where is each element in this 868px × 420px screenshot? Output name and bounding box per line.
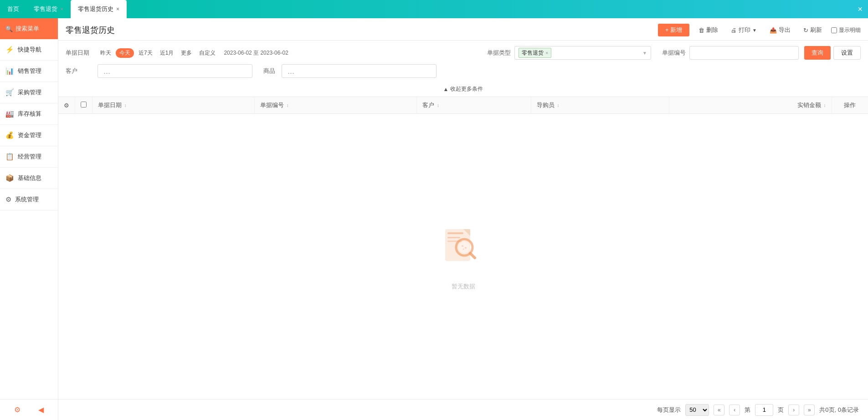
sidebar-item-sales[interactable]: 📊 销售管理 xyxy=(0,61,58,82)
goods-input-box[interactable]: ... xyxy=(282,64,437,78)
date-opt-more[interactable]: 更多 xyxy=(178,48,195,58)
print-icon: 🖨 xyxy=(731,27,737,34)
tab-home[interactable]: 首页 xyxy=(0,0,26,18)
sort-date-icon: ↕ xyxy=(124,103,127,108)
print-label: 打印 xyxy=(739,26,750,34)
date-range-text: 2023-06-02 至 2023-06-02 xyxy=(224,49,288,57)
sidebar-item-system-label: 系统管理 xyxy=(15,195,39,204)
per-page-select[interactable]: 50 10 20 100 xyxy=(685,404,709,416)
tab-retail-return-history-label: 零售退货历史 xyxy=(78,5,113,13)
top-bar: 首页 零售退货 × 零售退货历史 × × xyxy=(0,0,868,18)
th-guide[interactable]: 导购员 ↕ xyxy=(531,97,669,114)
print-button[interactable]: 🖨 打印 ▼ xyxy=(727,24,760,36)
th-actions-label: 操作 xyxy=(844,102,856,108)
export-button[interactable]: 📤 导出 xyxy=(766,24,794,36)
page-title: 零售退货历史 xyxy=(66,25,115,36)
page-label: 第 xyxy=(745,406,750,414)
tab-retail-return-label: 零售退货 xyxy=(34,5,57,13)
th-customer[interactable]: 客户 ↕ xyxy=(417,97,531,114)
next-page-button[interactable]: › xyxy=(788,405,799,415)
date-opt-7days[interactable]: 近7天 xyxy=(136,48,155,58)
type-tag[interactable]: 零售退货 × xyxy=(519,48,551,58)
settings-button[interactable]: 设置 xyxy=(833,46,861,60)
export-icon: 📤 xyxy=(770,27,777,34)
customer-ellipsis[interactable]: ... xyxy=(103,67,117,76)
date-options: 昨天 今天 近7天 近1月 更多 自定义 xyxy=(98,48,218,58)
goods-ellipsis[interactable]: ... xyxy=(288,67,301,76)
svg-point-8 xyxy=(465,247,467,249)
filter-row-customer: 客户 ... 商品 ... xyxy=(66,64,861,78)
prev-page-button[interactable]: ‹ xyxy=(729,405,740,415)
print-chevron-icon: ▼ xyxy=(752,28,757,33)
date-opt-today[interactable]: 今天 xyxy=(116,48,134,58)
new-button[interactable]: + 新增 xyxy=(658,24,689,36)
th-guide-label: 导购员 xyxy=(537,102,555,108)
svg-point-7 xyxy=(462,245,463,247)
th-voucher-no[interactable]: 单据编号 ↕ xyxy=(255,97,417,114)
filter-row-date: 单据日期 昨天 今天 近7天 近1月 更多 自定义 2023-06-02 至 2… xyxy=(66,46,861,60)
show-detail-label: 显示明细 xyxy=(839,26,861,34)
tab-retail-return-history-close[interactable]: × xyxy=(116,6,119,12)
sidebar-volume-button[interactable]: ◀ xyxy=(38,405,44,414)
th-settings[interactable]: ⚙ xyxy=(58,97,75,114)
sidebar-item-operations[interactable]: 📋 经营管理 xyxy=(0,146,58,168)
sidebar-item-system[interactable]: ⚙ 系统管理 xyxy=(0,189,58,210)
select-all-checkbox[interactable] xyxy=(81,102,87,108)
sidebar: 🔍 搜索菜单 ⚡ 快捷导航 📊 销售管理 🛒 采购管理 🏭 库存核算 💰 资金管… xyxy=(0,18,58,420)
empty-state: 暂无数据 xyxy=(58,114,868,399)
main-content: 零售退货历史 + 新增 🗑 删除 🖨 打印 ▼ 📤 导出 ↻ xyxy=(58,18,868,420)
last-page-button[interactable]: » xyxy=(804,405,815,415)
show-detail-checkbox[interactable] xyxy=(831,27,837,33)
tab-retail-return[interactable]: 零售退货 × xyxy=(26,0,71,18)
pagination-summary: 共0页, 0条记录 xyxy=(819,406,859,414)
sidebar-item-inventory[interactable]: 🏭 库存核算 xyxy=(0,103,58,125)
sidebar-search[interactable]: 🔍 搜索菜单 xyxy=(0,18,58,39)
date-opt-custom[interactable]: 自定义 xyxy=(196,48,218,58)
sidebar-item-finance[interactable]: 💰 资金管理 xyxy=(0,125,58,146)
th-amount-label: 实销金额 xyxy=(797,102,821,108)
svg-point-9 xyxy=(462,249,464,250)
sort-guide-icon: ↕ xyxy=(557,103,560,108)
sales-icon: 📊 xyxy=(5,67,14,75)
table-settings-icon[interactable]: ⚙ xyxy=(64,102,69,109)
sidebar-item-basic-info-label: 基础信息 xyxy=(18,174,41,182)
table-area: ⚙ 单据日期 ↕ 单据编号 ↕ xyxy=(58,97,868,420)
type-tag-label: 零售退货 xyxy=(522,49,544,57)
sidebar-item-sales-label: 销售管理 xyxy=(18,67,41,75)
sidebar-settings-button[interactable]: ⚙ xyxy=(14,405,21,414)
sidebar-item-quick-nav[interactable]: ⚡ 快捷导航 xyxy=(0,39,58,61)
type-select-box[interactable]: 零售退货 × ▼ xyxy=(514,46,651,60)
sidebar-item-basic-info[interactable]: 📦 基础信息 xyxy=(0,168,58,189)
sort-voucher-icon: ↕ xyxy=(287,103,289,108)
operations-icon: 📋 xyxy=(5,153,14,161)
delete-button[interactable]: 🗑 删除 xyxy=(695,24,722,36)
customer-input-box[interactable]: ... xyxy=(98,64,252,78)
collapse-button[interactable]: ▲ 收起更多条件 xyxy=(66,82,861,97)
data-table: ⚙ 单据日期 ↕ 单据编号 ↕ xyxy=(58,97,868,114)
quick-nav-icon: ⚡ xyxy=(5,46,14,54)
header-actions: + 新增 🗑 删除 🖨 打印 ▼ 📤 导出 ↻ 刷新 xyxy=(658,24,861,36)
date-opt-1month[interactable]: 近1月 xyxy=(157,48,177,58)
system-icon: ⚙ xyxy=(5,195,11,204)
first-page-button[interactable]: « xyxy=(714,405,724,415)
svg-rect-1 xyxy=(447,232,463,234)
basic-info-icon: 📦 xyxy=(5,174,14,182)
refresh-button[interactable]: ↻ 刷新 xyxy=(800,24,826,36)
show-detail-toggle[interactable]: 显示明细 xyxy=(831,26,861,34)
page-input[interactable] xyxy=(755,404,773,416)
finance-icon: 💰 xyxy=(5,131,14,139)
th-date[interactable]: 单据日期 ↕ xyxy=(92,97,255,114)
type-tag-close[interactable]: × xyxy=(545,50,548,56)
tab-retail-return-close[interactable]: × xyxy=(60,6,63,12)
tab-retail-return-history[interactable]: 零售退货历史 × xyxy=(71,0,127,18)
th-amount[interactable]: 实销金额 ↕ xyxy=(669,97,832,114)
date-opt-yesterday[interactable]: 昨天 xyxy=(98,48,114,58)
th-checkbox[interactable] xyxy=(75,97,92,114)
window-close-button[interactable]: × xyxy=(858,5,863,14)
sidebar-item-purchase[interactable]: 🛒 采购管理 xyxy=(0,82,58,103)
voucher-input[interactable] xyxy=(689,46,799,60)
query-button[interactable]: 查询 xyxy=(804,46,831,60)
sidebar-item-inventory-label: 库存核算 xyxy=(18,110,41,118)
th-date-label: 单据日期 xyxy=(98,102,122,108)
empty-text: 暂无数据 xyxy=(452,282,475,291)
